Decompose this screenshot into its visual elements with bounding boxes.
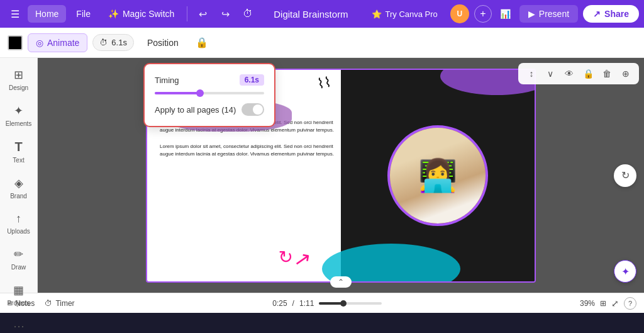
- home-button[interactable]: Home: [28, 5, 66, 23]
- sparkle-icon: ✦: [621, 266, 630, 278]
- magic-switch-icon: ✨: [108, 9, 119, 19]
- zoom-level: 39%: [580, 299, 595, 308]
- expand-icon: ⌃: [338, 278, 344, 286]
- sidebar-item-text[interactable]: T Text: [3, 135, 35, 169]
- navbar: ☰ Home File ✨ Magic Switch ↩ ↪ ⏱ Digital…: [0, 0, 644, 28]
- canvas-lock-button[interactable]: 🔒: [580, 65, 596, 82]
- bottom-center: 0:25 / 1:11: [272, 299, 382, 308]
- timing-button[interactable]: ⏱ 6.1s: [92, 34, 134, 51]
- sidebar-item-elements[interactable]: ✦ Elements: [3, 99, 35, 132]
- nav-right: ⭐ Try Canva Pro U + 📊 ▶ Present ↗ Share: [364, 4, 640, 23]
- magic-switch-button[interactable]: ✨ Magic Switch: [101, 5, 182, 23]
- sparkle-help-button[interactable]: ✦: [614, 260, 636, 283]
- canvas-top-toolbar: ↕ ∨ 👁 🔒 🗑 ⊕: [518, 63, 639, 84]
- menu-button[interactable]: ☰: [5, 4, 25, 24]
- circular-photo: 👩‍💻: [387, 125, 488, 226]
- try-canva-button[interactable]: ⭐ Try Canva Pro: [364, 6, 445, 23]
- notes-button[interactable]: ≡ Notes: [8, 299, 35, 308]
- sidebar-item-draw[interactable]: ✏ Draw: [3, 242, 35, 276]
- timer-button[interactable]: ⏱ Timer: [45, 299, 74, 308]
- bottom-bar: ≡ Notes ⏱ Timer 0:25 / 1:11 39% ⊞ ⤢ ?: [0, 293, 644, 313]
- canvas-area[interactable]: Timing 6.1s Apply to all pages (14) Obje…: [38, 58, 644, 293]
- timer-icon: ⏱: [45, 299, 52, 308]
- present-icon: ▶: [528, 9, 535, 19]
- expand-icon: ⤢: [611, 298, 619, 308]
- elements-icon: ✦: [14, 104, 23, 118]
- fullscreen-button[interactable]: ⤢: [611, 298, 619, 308]
- toggle-knob: [253, 104, 263, 115]
- avatar[interactable]: U: [450, 4, 469, 23]
- progress-dot: [340, 300, 347, 307]
- sidebar-item-uploads[interactable]: ↑ Uploads: [3, 207, 35, 240]
- clock-icon: ⏱: [99, 38, 108, 47]
- timing-popup: Timing 6.1s Apply to all pages (14): [143, 63, 275, 127]
- animate-button[interactable]: ◎ Animate: [28, 33, 87, 52]
- draw-icon: ✏: [14, 247, 23, 261]
- nav-divider: [187, 6, 187, 21]
- help-button[interactable]: ?: [624, 297, 636, 310]
- slide-right-panel: 👩‍💻: [341, 70, 535, 281]
- apply-all-toggle[interactable]: [242, 103, 264, 116]
- color-swatch[interactable]: [8, 35, 23, 50]
- main-layout: ⊞ Design ✦ Elements T Text ◈ Brand ↑ Upl…: [0, 58, 644, 293]
- position-button[interactable]: Position: [139, 33, 187, 52]
- eye-icon[interactable]: 👁: [561, 65, 577, 82]
- add-collaborator-button[interactable]: +: [474, 5, 492, 23]
- projects-icon: ▦: [13, 283, 24, 297]
- star-icon: ⭐: [372, 9, 382, 19]
- share-icon: ↗: [593, 9, 601, 19]
- brand-icon: ◈: [14, 176, 23, 190]
- sidebar-item-design[interactable]: ⊞ Design: [3, 63, 35, 96]
- chart-icon: 📊: [500, 9, 511, 19]
- element-toolbar: ◎ Animate ⏱ 6.1s Position 🔒: [0, 28, 644, 58]
- history-button[interactable]: ⏱: [238, 4, 258, 24]
- uploads-icon: ↑: [16, 212, 21, 225]
- share-button[interactable]: ↗ Share: [583, 5, 639, 23]
- design-icon: ⊞: [14, 68, 23, 82]
- sidebar: ⊞ Design ✦ Elements T Text ◈ Brand ↑ Upl…: [0, 58, 38, 293]
- timing-slider-fill: [155, 92, 199, 94]
- redo-button[interactable]: ↪: [215, 4, 235, 24]
- slide-body-text-2: Lorem ipsum dolor sit amet, consectetur …: [160, 143, 336, 158]
- grid-view-button[interactable]: ⊞: [600, 299, 606, 308]
- analytics-button[interactable]: 📊: [497, 5, 514, 23]
- animate-icon: ◎: [36, 38, 43, 48]
- present-button[interactable]: ▶ Present: [519, 5, 578, 23]
- refresh-button[interactable]: ↻: [614, 164, 636, 187]
- file-button[interactable]: File: [69, 5, 98, 23]
- progress-separator: /: [292, 299, 294, 308]
- progress-current: 0:25: [272, 299, 287, 308]
- timing-slider-thumb[interactable]: [196, 89, 204, 97]
- delete-button[interactable]: 🗑: [599, 65, 615, 82]
- lock-button[interactable]: 🔒: [192, 33, 212, 53]
- timing-value: 6.1s: [240, 74, 264, 86]
- text-icon: T: [14, 140, 22, 154]
- expand-bar[interactable]: ⌃: [330, 276, 352, 288]
- progress-fill: [319, 302, 341, 305]
- apps-icon: ⋯: [13, 319, 25, 333]
- deco-lines: ⌇⌇: [316, 74, 333, 92]
- undo-button[interactable]: ↩: [192, 4, 213, 24]
- doc-title: Digital Brainstorm: [260, 9, 361, 20]
- apply-all-label: Apply to all pages (14): [155, 105, 236, 115]
- arrange-button[interactable]: ↕: [523, 65, 540, 82]
- lock-icon: 🔒: [196, 37, 208, 48]
- sidebar-item-apps[interactable]: ⋯ Apps: [3, 314, 35, 333]
- bottom-right: 39% ⊞ ⤢ ?: [580, 297, 636, 310]
- notes-icon: ≡: [8, 299, 12, 308]
- chevron-down-button[interactable]: ∨: [542, 65, 558, 82]
- timing-label: Timing: [155, 76, 179, 85]
- progress-bar[interactable]: [319, 302, 382, 305]
- add-element-button[interactable]: ⊕: [618, 65, 634, 82]
- deco-squiggle: ↺: [279, 247, 293, 268]
- bottom-left: ≡ Notes ⏱ Timer: [8, 299, 75, 308]
- refresh-icon: ↻: [621, 169, 630, 181]
- progress-total: 1:11: [299, 299, 314, 308]
- timing-slider[interactable]: [155, 92, 264, 94]
- sidebar-item-brand[interactable]: ◈ Brand: [3, 171, 35, 205]
- grid-icon: ⊞: [600, 299, 606, 308]
